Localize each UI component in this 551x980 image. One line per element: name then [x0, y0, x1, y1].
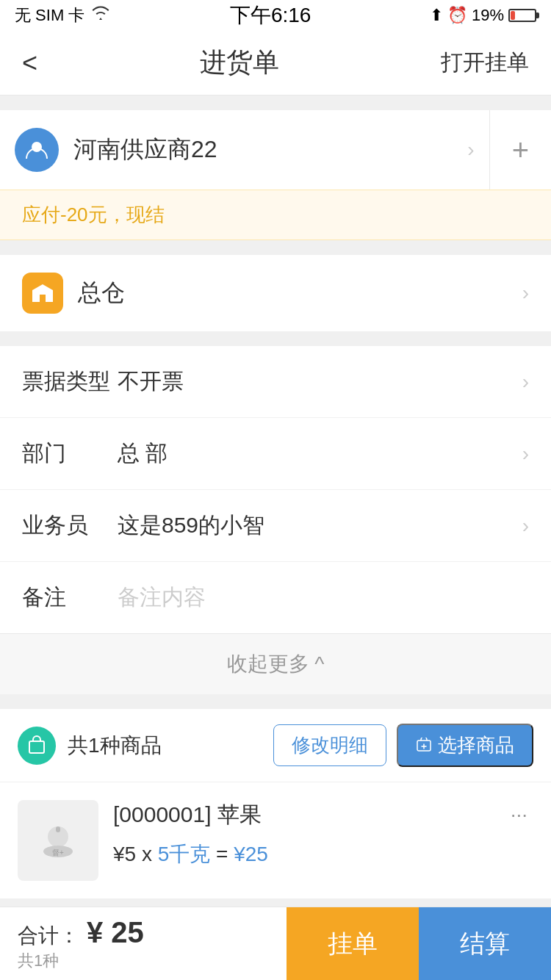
bottom-bar: 合计： ¥ 25 共1种 挂单 结算: [0, 907, 551, 980]
salesman-row[interactable]: 业务员 这是859的小智 ›: [0, 490, 551, 562]
carrier-label: 无 SIM 卡: [15, 4, 84, 26]
products-header: 共1种商品 修改明细 选择商品: [0, 709, 551, 782]
status-bar: 无 SIM 卡 下午6:16 ⬆ ⏰ 19%: [0, 0, 551, 31]
supplier-row[interactable]: 河南供应商22 ›: [0, 110, 490, 190]
product-item: 督+ [0000001] 苹果 ¥5 x 5千克 = ¥25 ···: [0, 782, 551, 898]
settle-button[interactable]: 结算: [419, 907, 551, 980]
battery-icon: [508, 9, 536, 22]
location-icon: ⬆: [430, 6, 443, 25]
edit-detail-button[interactable]: 修改明细: [273, 724, 386, 766]
total-label: 合计：: [18, 922, 79, 950]
supplier-avatar: [15, 128, 59, 172]
section-gap-2: [0, 240, 551, 255]
products-count: 共1种商品: [68, 732, 273, 760]
battery-percent: 19%: [472, 6, 504, 25]
product-id: [0000001]: [113, 802, 217, 826]
remark-row[interactable]: 备注 备注内容: [0, 562, 551, 633]
alarm-icon: ⏰: [447, 6, 467, 25]
total-line: 合计： ¥ 25: [18, 916, 269, 950]
select-product-label: 选择商品: [438, 732, 514, 758]
status-time: 下午6:16: [230, 1, 311, 29]
status-left: 无 SIM 卡: [15, 4, 111, 26]
products-section: 共1种商品 修改明细 选择商品 督+ [0000001] 苹果: [0, 709, 551, 898]
warehouse-icon: [22, 273, 63, 314]
form-section: 票据类型 不开票 › 部门 总 部 › 业务员 这是859的小智 › 备注 备注…: [0, 346, 551, 633]
svg-rect-6: [56, 826, 60, 832]
salesman-value: 这是859的小智: [118, 511, 522, 541]
ticket-type-chevron-icon: ›: [522, 370, 529, 394]
status-right: ⬆ ⏰ 19%: [430, 6, 536, 25]
product-unit-price: ¥5 x: [113, 843, 158, 865]
add-supplier-button[interactable]: +: [490, 110, 551, 190]
department-value: 总 部: [118, 439, 522, 469]
open-pending-button[interactable]: 打开挂单: [441, 48, 529, 78]
section-gap-3: [0, 331, 551, 346]
svg-point-0: [32, 142, 42, 152]
remark-label: 备注: [22, 583, 118, 613]
department-row[interactable]: 部门 总 部 ›: [0, 418, 551, 490]
products-icon: [18, 727, 56, 765]
warehouse-chevron-icon: ›: [522, 281, 529, 305]
bottom-total: 合计： ¥ 25 共1种: [0, 907, 287, 980]
product-price: ¥5 x 5千克 = ¥25: [113, 840, 505, 868]
salesman-chevron-icon: ›: [522, 514, 529, 538]
supplier-section: 河南供应商22 › +: [0, 110, 551, 190]
product-equals: =: [216, 843, 234, 865]
ticket-type-row[interactable]: 票据类型 不开票 ›: [0, 346, 551, 418]
supplier-name: 河南供应商22: [73, 134, 467, 166]
department-chevron-icon: ›: [522, 442, 529, 466]
section-gap-4: [0, 694, 551, 709]
svg-text:督+: 督+: [52, 849, 64, 857]
product-info: [0000001] 苹果 ¥5 x 5千克 = ¥25: [113, 800, 505, 868]
select-product-button[interactable]: 选择商品: [397, 724, 533, 767]
remark-input[interactable]: 备注内容: [118, 583, 529, 613]
svg-rect-2: [29, 741, 44, 753]
wifi-icon: [90, 6, 111, 25]
salesman-label: 业务员: [22, 511, 118, 541]
total-sub: 共1种: [18, 950, 269, 972]
warehouse-name: 总仓: [78, 277, 522, 309]
nav-bar: < 进货单 打开挂单: [0, 31, 551, 96]
supplier-chevron-icon: ›: [467, 138, 474, 162]
total-amount: ¥ 25: [87, 916, 144, 949]
ticket-type-value: 不开票: [118, 367, 522, 397]
product-title: 苹果: [217, 802, 262, 826]
ticket-type-label: 票据类型: [22, 367, 118, 397]
product-more-button[interactable]: ···: [505, 800, 533, 829]
product-quantity: 5千克: [158, 843, 211, 865]
product-total: ¥25: [234, 843, 268, 865]
hang-button[interactable]: 挂单: [287, 907, 419, 980]
svg-rect-1: [40, 295, 46, 302]
back-button[interactable]: <: [22, 48, 37, 79]
warehouse-section[interactable]: 总仓 ›: [0, 255, 551, 331]
product-name: [0000001] 苹果: [113, 800, 505, 830]
section-gap-1: [0, 96, 551, 110]
product-thumbnail: 督+: [18, 800, 98, 881]
department-label: 部门: [22, 439, 118, 469]
page-title: 进货单: [200, 45, 279, 81]
notice-bar: 应付-20元，现结: [0, 190, 551, 240]
collapse-bar[interactable]: 收起更多 ^: [0, 633, 551, 694]
